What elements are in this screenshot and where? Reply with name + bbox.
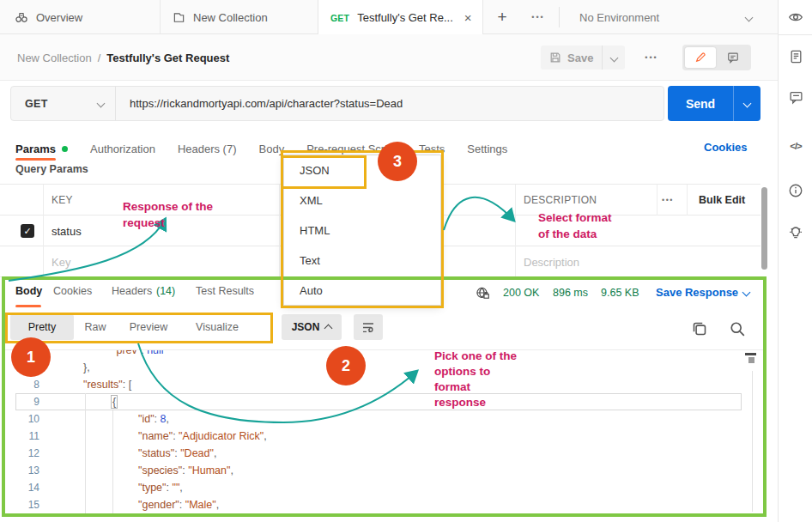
tab-overview-label: Overview — [36, 11, 82, 24]
active-tab-indicator — [15, 158, 56, 161]
tab-params-label: Params — [15, 143, 56, 155]
response-tab-body[interactable]: Body — [15, 285, 42, 297]
response-time[interactable]: 896 ms — [553, 287, 588, 299]
editor-scrollbar[interactable] — [752, 371, 753, 512]
info-icon — [788, 183, 803, 198]
response-toolbar: Pretty Raw Preview Visualize JSON — [2, 311, 767, 350]
send-button[interactable]: Send — [668, 86, 760, 121]
url-input[interactable]: https://rickandmortyapi.com/api/characte… — [130, 97, 403, 110]
view-mode-tabs: Pretty Raw Preview Visualize — [10, 314, 254, 340]
edit-mode-button[interactable] — [685, 47, 716, 68]
tab-tests[interactable]: Tests — [419, 143, 445, 155]
view-tab-preview[interactable]: Preview — [117, 314, 180, 340]
status-badge[interactable]: 200 OK — [503, 287, 539, 299]
param-checkbox[interactable]: ✓ — [21, 224, 34, 238]
view-tab-visualize[interactable]: Visualize — [180, 314, 254, 340]
save-button[interactable]: Save — [541, 46, 625, 70]
tab-headers[interactable]: Headers (7) — [178, 143, 237, 155]
tab-new-collection[interactable]: New Collection — [161, 0, 318, 34]
line-number: 14 — [2, 479, 39, 496]
params-more-button[interactable]: ••• — [662, 185, 674, 215]
format-dropdown-menu: JSON XML HTML Text Auto — [283, 155, 441, 306]
network-info-icon[interactable] — [476, 286, 490, 300]
code-line: 13 "species": "Human", — [2, 462, 767, 479]
comment-icon — [727, 52, 739, 64]
save-icon — [549, 52, 561, 64]
annotation-step-2-badge: 2 — [326, 346, 366, 385]
eye-icon — [788, 9, 803, 25]
code-line: 8 "results": [ — [2, 376, 767, 393]
document-icon — [789, 49, 803, 64]
documentation-button[interactable] — [779, 49, 812, 64]
scroll-to-top-icon[interactable] — [745, 353, 757, 363]
cookies-link[interactable]: Cookies — [704, 141, 748, 154]
annotation-pick-note: Pick one of the options to format respon… — [434, 349, 517, 410]
view-tab-pretty[interactable]: Pretty — [10, 314, 74, 340]
response-tab-headers[interactable]: Headers — [112, 285, 152, 297]
format-select[interactable]: JSON — [282, 314, 342, 340]
column-key: KEY — [52, 185, 73, 215]
environment-quick-look-button[interactable] — [779, 9, 812, 25]
headers-count-badge: (14) — [156, 285, 175, 297]
code-icon: </> — [790, 141, 802, 151]
format-option-html[interactable]: HTML — [284, 215, 440, 246]
breadcrumb: New Collection / Testfully's Get Request — [17, 34, 229, 81]
wrap-lines-button[interactable] — [354, 314, 383, 340]
right-sidebar: </> — [778, 0, 812, 522]
line-number: 10 — [2, 410, 39, 428]
tab-options-button[interactable]: ••• — [520, 0, 556, 34]
tab-params[interactable]: Params — [15, 143, 68, 155]
response-panel: Body Cookies Headers (14) Test Results 2… — [2, 276, 767, 517]
view-tab-raw[interactable]: Raw — [74, 314, 117, 340]
request-method-badge: GET — [330, 13, 349, 23]
breadcrumb-collection[interactable]: New Collection — [17, 52, 92, 64]
chevron-up-icon — [324, 325, 333, 333]
description-placeholder[interactable]: Description — [524, 246, 579, 277]
method-selector[interactable]: GET — [11, 87, 116, 120]
response-tab-test-results[interactable]: Test Results — [196, 285, 254, 297]
chevron-down-icon — [609, 53, 618, 62]
tab-request-label: Testfully's Get Re... — [357, 11, 453, 24]
comments-button[interactable] — [779, 90, 812, 105]
request-header-row: New Collection / Testfully's Get Request… — [0, 34, 778, 81]
format-option-xml[interactable]: XML — [284, 185, 440, 215]
tab-request-active[interactable]: GET Testfully's Get Re... × — [318, 0, 483, 35]
send-options-button[interactable] — [734, 100, 760, 106]
bulk-edit-button[interactable]: Bulk Edit — [699, 185, 745, 215]
format-option-text[interactable]: Text — [284, 246, 440, 276]
close-tab-icon[interactable]: × — [464, 11, 472, 24]
save-response-button[interactable]: Save Response — [656, 286, 738, 299]
key-placeholder[interactable]: Key — [52, 246, 70, 277]
code-line: }, — [2, 359, 767, 376]
param-key-value[interactable]: status — [52, 215, 82, 246]
tab-overview[interactable]: Overview — [0, 0, 161, 34]
code-line: 12 "status": "Dead", — [2, 445, 767, 462]
environment-selector[interactable]: No Environment — [560, 0, 760, 34]
pm-bot-button[interactable] — [779, 225, 812, 241]
chevron-down-icon[interactable] — [742, 288, 751, 297]
annotation-step-3-badge: 3 — [378, 142, 417, 181]
format-option-auto[interactable]: Auto — [284, 276, 440, 306]
line-number: 12 — [2, 445, 39, 462]
tab-settings[interactable]: Settings — [467, 143, 507, 155]
breadcrumb-request-title[interactable]: Testfully's Get Request — [106, 52, 229, 64]
code-snippet-button[interactable]: </> — [779, 141, 812, 151]
search-response-button[interactable] — [726, 318, 748, 340]
copy-response-button[interactable] — [688, 318, 711, 340]
response-body-editor[interactable]: "prev": null }, 8 "results": [ 9 { 10 "i… — [2, 350, 767, 517]
save-options-button[interactable] — [603, 55, 625, 61]
method-value: GET — [25, 98, 48, 110]
code-line: 14 "type": "", — [2, 479, 767, 496]
comment-mode-button[interactable] — [718, 47, 748, 68]
sidebar-divider — [779, 34, 812, 35]
request-info-button[interactable] — [779, 183, 812, 198]
annotation-step-1-badge: 1 — [11, 337, 51, 377]
binoculars-icon — [15, 10, 28, 24]
scrollbar-thumb[interactable] — [761, 187, 767, 270]
tab-authorization[interactable]: Authorization — [90, 143, 155, 155]
response-size[interactable]: 9.65 KB — [601, 287, 639, 299]
tab-body[interactable]: Body — [259, 143, 285, 155]
new-tab-button[interactable]: + — [486, 0, 518, 34]
response-tab-cookies[interactable]: Cookies — [53, 285, 92, 297]
request-more-actions-button[interactable]: ••• — [637, 46, 666, 70]
